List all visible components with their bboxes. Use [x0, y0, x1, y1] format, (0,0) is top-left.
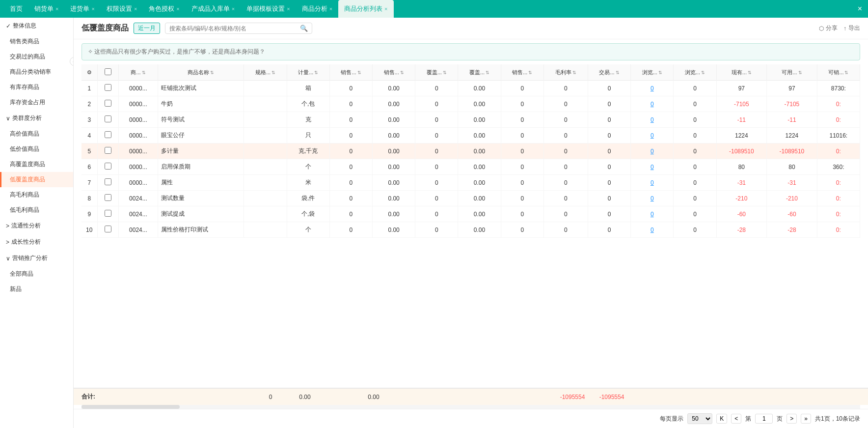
- current-stock-column-header[interactable]: 现有...⇅: [716, 64, 767, 81]
- sales3-column-header[interactable]: 销售...⇅: [501, 64, 543, 81]
- sales-qty-column-header[interactable]: 销售...⇅: [329, 64, 372, 81]
- sidebar-group-growth[interactable]: > 成长性分析: [0, 234, 73, 250]
- row-browse1[interactable]: 0: [631, 112, 674, 128]
- row-browse1[interactable]: 0: [631, 159, 674, 175]
- sidebar-item-new-goods[interactable]: 新品: [0, 282, 73, 297]
- row-browse1[interactable]: 0: [631, 143, 674, 159]
- row-browse1[interactable]: 0: [631, 175, 674, 191]
- sidebar-group-flow[interactable]: > 流通性分析: [0, 218, 73, 234]
- share-button[interactable]: ⬡ 分享: [819, 24, 838, 32]
- row-checkbox[interactable]: [97, 206, 118, 222]
- row-unit: 个,袋: [287, 206, 329, 222]
- first-page-button[interactable]: K: [716, 414, 727, 424]
- nav-tab-warehouse[interactable]: 产成品入库单 ×: [186, 0, 241, 18]
- sidebar-item-low-profit[interactable]: 低毛利商品: [0, 202, 73, 218]
- close-icon[interactable]: ×: [91, 6, 94, 12]
- sidebar-item-high-value[interactable]: 高价值商品: [0, 126, 73, 142]
- row-browse1[interactable]: 0: [631, 191, 674, 206]
- scrollbar-thumb[interactable]: [81, 405, 180, 409]
- nav-tab-home[interactable]: 首页: [4, 0, 28, 18]
- close-icon[interactable]: ×: [287, 6, 290, 12]
- sidebar-item-sales-goods[interactable]: 销售类商品: [0, 34, 73, 49]
- close-icon[interactable]: ×: [134, 6, 137, 12]
- sidebar-item-low-value[interactable]: 低价值商品: [0, 142, 73, 157]
- next-page-button[interactable]: >: [787, 414, 797, 424]
- row-browse1[interactable]: 0: [631, 128, 674, 143]
- row-checkbox[interactable]: [97, 159, 118, 175]
- row-code: 0000...: [118, 128, 158, 143]
- close-icon[interactable]: ×: [232, 6, 235, 12]
- row-checkbox[interactable]: [97, 81, 118, 96]
- search-icon[interactable]: 🔍: [300, 25, 308, 32]
- row-checkbox[interactable]: [97, 222, 118, 238]
- row-name: 多计量: [158, 143, 244, 159]
- nav-tab-purchase[interactable]: 进货单 ×: [64, 0, 100, 18]
- close-icon[interactable]: ×: [384, 6, 387, 12]
- row-checkbox[interactable]: [97, 128, 118, 143]
- code-column-header[interactable]: 商...⇅: [118, 64, 158, 81]
- browse2-column-header[interactable]: 浏览...⇅: [674, 64, 716, 81]
- sidebar-item-high-coverage[interactable]: 高覆盖度商品: [0, 157, 73, 172]
- nav-tab-permissions[interactable]: 权限设置 ×: [101, 0, 143, 18]
- search-input[interactable]: [169, 25, 300, 32]
- nav-tab-analysis[interactable]: 商品分析 ×: [296, 0, 338, 18]
- row-browse1[interactable]: 0: [631, 206, 674, 222]
- row-checkbox[interactable]: [97, 143, 118, 159]
- table-row: 10000...旺铺批次测试箱00.0000.000000097978730:: [81, 81, 860, 96]
- name-column-header[interactable]: 商品名称⇅: [158, 64, 244, 81]
- row-cover1: 0: [415, 206, 458, 222]
- profit-rate-column-header[interactable]: 毛利率⇅: [543, 64, 588, 81]
- row-trade: 0: [588, 191, 630, 206]
- row-checkbox[interactable]: [97, 191, 118, 206]
- cover2-column-header[interactable]: 覆盖...⇅: [458, 64, 501, 81]
- sidebar-group-cluster[interactable]: ∨ 类群度分析: [0, 110, 73, 126]
- row-browse1[interactable]: 0: [631, 81, 674, 96]
- sales-amt-column-header[interactable]: 销售...⇅: [373, 64, 415, 81]
- sidebar-group-overall[interactable]: ✓ 整体信息: [0, 18, 73, 34]
- row-cover2: 0.00: [458, 191, 501, 206]
- row-checkbox[interactable]: [97, 175, 118, 191]
- sellable-column-header[interactable]: 可销...⇅: [817, 64, 860, 81]
- unit-column-header[interactable]: 计量...⇅: [287, 64, 329, 81]
- nav-tab-analysis-list[interactable]: 商品分析列表 ×: [338, 0, 393, 18]
- spec-column-header[interactable]: 规格...⇅: [244, 64, 287, 81]
- nav-tab-sales[interactable]: 销货单 ×: [28, 0, 64, 18]
- sidebar-item-traded-goods[interactable]: 交易过的商品: [0, 49, 73, 64]
- row-no: 1: [81, 81, 97, 96]
- period-button[interactable]: 近一月: [134, 23, 160, 34]
- sidebar-item-low-coverage[interactable]: 低覆盖度商品: [0, 172, 73, 187]
- row-browse1[interactable]: 0: [631, 222, 674, 238]
- prev-page-button[interactable]: <: [731, 414, 741, 424]
- row-sales-amt: 0.00: [373, 112, 415, 128]
- sidebar-item-category-rate[interactable]: 商品分类动销率: [0, 64, 73, 80]
- export-button[interactable]: ↑ 导出: [843, 24, 860, 32]
- available-column-header[interactable]: 可用...⇅: [767, 64, 817, 81]
- sidebar-item-high-profit[interactable]: 高毛利商品: [0, 187, 73, 202]
- row-checkbox[interactable]: [97, 96, 118, 112]
- close-icon[interactable]: ×: [55, 6, 58, 12]
- trade-column-header[interactable]: 交易...⇅: [588, 64, 630, 81]
- sidebar-item-stock-goods[interactable]: 有库存商品: [0, 80, 73, 95]
- main-layout: ✓ 整体信息 销售类商品 交易过的商品 商品分类动销率 有库存商品 库存资金占用…: [0, 18, 868, 428]
- sidebar-item-stock-capital[interactable]: 库存资金占用: [0, 95, 73, 110]
- row-browse1[interactable]: 0: [631, 96, 674, 112]
- window-close-button[interactable]: ×: [856, 2, 864, 15]
- row-checkbox[interactable]: [97, 112, 118, 128]
- settings-column-header[interactable]: ⚙: [81, 64, 97, 81]
- page-number-input[interactable]: [755, 414, 773, 424]
- close-icon[interactable]: ×: [329, 6, 332, 12]
- nav-tab-template[interactable]: 单据模板设置 ×: [241, 0, 296, 18]
- nav-tab-roles[interactable]: 角色授权 ×: [143, 0, 185, 18]
- close-icon[interactable]: ×: [176, 6, 179, 12]
- browse1-column-header[interactable]: 浏览...⇅: [631, 64, 674, 81]
- row-code: 0000...: [118, 159, 158, 175]
- select-all-checkbox[interactable]: [105, 68, 111, 75]
- page-size-select[interactable]: 10 20 50 100: [687, 413, 712, 424]
- horizontal-scrollbar[interactable]: [81, 405, 860, 409]
- checkbox-column-header[interactable]: [97, 64, 118, 81]
- row-sales3: 0: [501, 191, 543, 206]
- cover1-column-header[interactable]: 覆盖...⇅: [415, 64, 458, 81]
- sidebar-item-all-goods[interactable]: 全部商品: [0, 266, 73, 282]
- sidebar-group-marketing[interactable]: ∨ 营销推广分析: [0, 250, 73, 266]
- last-page-button[interactable]: »: [801, 414, 811, 424]
